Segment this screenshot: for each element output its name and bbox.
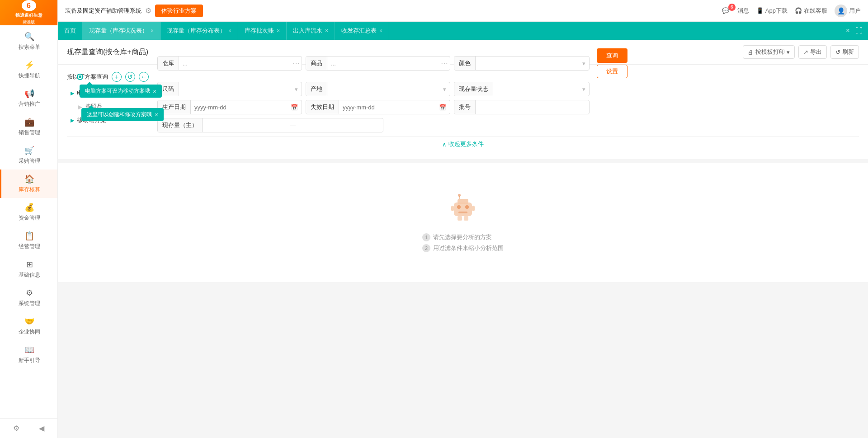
empty-state: 1 请先选择要分析的方案 2 用过滤条件来缩小分析范围: [58, 163, 868, 282]
inventory-icon: 🏠: [24, 174, 34, 184]
product-field[interactable]: 商品 ... ⋯: [306, 56, 450, 71]
tabbar: 首页 现存量（库存状况表） × 现存量（库存分布表） × 库存批次账 × 出入库…: [58, 22, 868, 40]
sidebar-item-enterprise[interactable]: 🤝 企业协同: [0, 312, 57, 340]
filter-back-btn[interactable]: ←: [139, 72, 149, 82]
sidebar-item-quicknav[interactable]: ⚡ 快捷导航: [0, 56, 57, 84]
tab-recv-summary[interactable]: 收发存汇总表 ×: [335, 22, 389, 40]
search-icon: 🔍: [24, 32, 34, 42]
scheme-edit-popup: 这里可以创建和修改方案哦 ×: [81, 108, 164, 121]
sidebar-item-finance[interactable]: 💰 资金管理: [0, 198, 57, 226]
app-download-label: App下载: [765, 7, 788, 15]
sidebar-item-search[interactable]: 🔍 搜索菜单: [0, 27, 57, 56]
produce-date-field[interactable]: 生产日期 📅: [157, 100, 302, 114]
tab-io-flow[interactable]: 出入库流水 ×: [287, 22, 335, 40]
stock-qty-min-input[interactable]: [203, 119, 288, 132]
purchase-icon: 🛒: [24, 146, 34, 155]
filter-header: 按以下方案查询 + ↺ ← 电脑方案可设为移动方案哦 ×: [67, 72, 859, 82]
batch-input[interactable]: [476, 101, 589, 113]
svg-point-10: [458, 194, 461, 197]
sidebar-item-guide[interactable]: 📖 新手引导: [0, 340, 57, 369]
online-support-label: 在线客服: [804, 7, 827, 15]
online-support-btn[interactable]: 🎧 在线客服: [795, 7, 827, 15]
topbar-right: 💬 6 消息 📱 App下载 🎧 在线客服 👤 用户: [722, 5, 861, 17]
sidebar-item-purchase[interactable]: 🛒 采购管理: [0, 141, 57, 170]
empty-tips: 1 请先选择要分析的方案 2 用过滤条件来缩小分析范围: [422, 233, 504, 255]
sidebar-item-system[interactable]: ⚙ 系统管理: [0, 283, 57, 312]
sidebar-item-ops[interactable]: 📋 经营管理: [0, 226, 57, 255]
tab-recv-summary-label: 收发存汇总表: [341, 27, 377, 35]
expire-date-input[interactable]: [339, 101, 435, 113]
sidebar-item-ops-label: 经营管理: [19, 243, 40, 250]
collapse-up-icon: ∧: [442, 141, 447, 148]
svg-rect-1: [458, 199, 468, 204]
scheme-edit-close[interactable]: ×: [155, 111, 158, 118]
notification-btn[interactable]: 💬 6 消息: [722, 7, 749, 15]
filter-refresh-btn[interactable]: ↺: [125, 72, 135, 82]
collapse-sidebar-icon[interactable]: ◀: [39, 424, 44, 433]
tab-stock-dist-label: 现存量（库存分布表）: [167, 27, 226, 35]
sidebar-item-quicknav-label: 快捷导航: [19, 72, 40, 80]
color-field[interactable]: 颜色 ▾: [454, 56, 590, 71]
svg-point-2: [457, 205, 461, 209]
topbar: 装备及固定资产辅助管理系统 ⚙ 体验行业方案 💬 6 消息 📱 App下载 🎧 …: [58, 0, 868, 22]
tab-home[interactable]: 首页: [58, 22, 83, 40]
tab-stock-dist-close[interactable]: ×: [228, 28, 231, 34]
produce-date-calendar-icon[interactable]: 📅: [287, 101, 302, 113]
color-label: 颜色: [454, 57, 476, 70]
print-btn[interactable]: 🖨 按模板打印 ▾: [743, 45, 795, 59]
settings-icon[interactable]: ⚙: [13, 424, 19, 433]
refresh-label: 刷新: [842, 48, 854, 56]
sidebar-item-system-label: 系统管理: [19, 300, 40, 307]
sidebar-item-marketing[interactable]: 📢 营销推广: [0, 84, 57, 113]
product-value: ...: [327, 57, 439, 70]
collapse-bar[interactable]: ∧ 收起更多条件: [67, 136, 859, 152]
app-download-btn[interactable]: 📱 App下载: [756, 7, 788, 15]
topbar-gear-icon[interactable]: ⚙: [145, 6, 151, 15]
tip-num-1: 1: [422, 233, 430, 241]
expire-date-calendar-icon[interactable]: 📅: [435, 101, 450, 113]
sales-icon: 💼: [24, 117, 34, 127]
sidebar-item-basic[interactable]: ⊞ 基础信息: [0, 255, 57, 283]
fullscreen-icon[interactable]: ⛶: [854, 25, 864, 37]
logo-brand-sub: 标准版: [23, 19, 35, 25]
sidebar-item-inventory[interactable]: 🏠 库存核算: [0, 170, 57, 198]
tab-recv-summary-close[interactable]: ×: [379, 28, 382, 34]
scheme-mobile-arrow: ▶: [71, 118, 74, 123]
empty-tip-1: 1 请先选择要分析的方案: [422, 233, 504, 241]
tip-text-1: 请先选择要分析的方案: [433, 233, 492, 241]
sidebar-item-sales-label: 销售管理: [19, 129, 40, 137]
expire-date-field[interactable]: 失效日期 📅: [306, 100, 450, 114]
trial-btn[interactable]: 体验行业方案: [155, 5, 203, 17]
filter-add-btn[interactable]: +: [112, 72, 122, 82]
warehouse-more-icon[interactable]: ⋯: [291, 59, 302, 68]
scheme-item-pc[interactable]: ▶ 电脑端方案: [67, 87, 859, 99]
stock-qty-max-input[interactable]: [297, 119, 383, 132]
tab-io-flow-close[interactable]: ×: [325, 28, 328, 34]
tab-stock-status[interactable]: 现存量（库存状况表） ×: [83, 22, 160, 40]
warehouse-field[interactable]: 仓库 ... ⋯: [157, 56, 302, 71]
color-dropdown-icon[interactable]: ▾: [579, 57, 589, 70]
tab-batch-account-label: 库存批次账: [245, 27, 274, 35]
sidebar-item-sales[interactable]: 💼 销售管理: [0, 113, 57, 141]
batch-field[interactable]: 批号: [454, 100, 590, 114]
enterprise-icon: 🤝: [24, 316, 34, 326]
produce-date-input[interactable]: [191, 101, 287, 113]
collapse-label: 收起更多条件: [448, 140, 484, 148]
tab-batch-account[interactable]: 库存批次账 ×: [238, 22, 287, 40]
tabbar-actions: × ⛶: [840, 22, 868, 40]
user-menu[interactable]: 👤 用户: [835, 5, 861, 17]
system-icon: ⚙: [26, 288, 33, 298]
add-tooltip-close[interactable]: ×: [153, 88, 156, 95]
tab-batch-account-close[interactable]: ×: [277, 28, 280, 34]
refresh-btn[interactable]: ↺ 刷新: [830, 45, 859, 59]
sidebar-item-basic-label: 基础信息: [19, 271, 40, 279]
product-more-icon[interactable]: ⋯: [439, 59, 450, 68]
export-btn[interactable]: ↗ 导出: [798, 45, 827, 59]
search-btn[interactable]: 查询: [597, 48, 627, 63]
close-all-tabs-icon[interactable]: ×: [844, 25, 852, 37]
tab-stock-status-close[interactable]: ×: [151, 28, 154, 34]
notification-label: 消息: [737, 7, 749, 15]
tip-num-2: 2: [422, 244, 430, 252]
batch-label: 批号: [454, 100, 476, 114]
tab-stock-dist[interactable]: 现存量（库存分布表） ×: [160, 22, 238, 40]
